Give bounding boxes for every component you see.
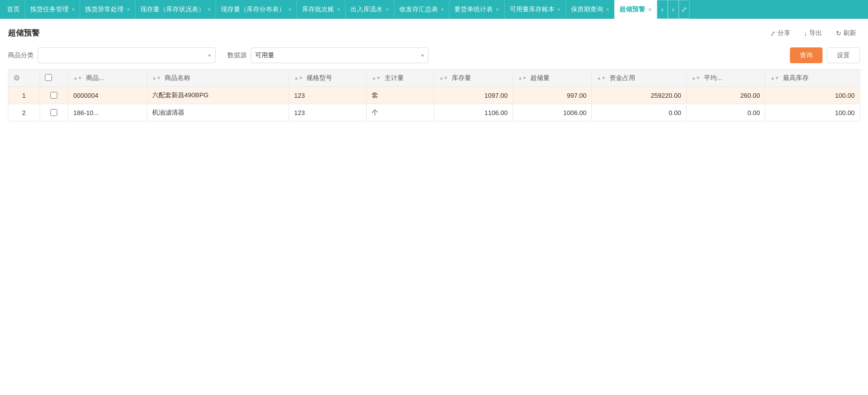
chevron-down-icon: ▾: [421, 52, 424, 59]
cell-stock: 1097.00: [434, 87, 513, 104]
refresh-icon: ↻: [836, 30, 841, 37]
th-checkbox[interactable]: [40, 70, 68, 87]
cell-checkbox[interactable]: [40, 87, 68, 104]
refresh-button[interactable]: ↻ 刷新: [832, 27, 860, 40]
category-label: 商品分类: [8, 51, 34, 60]
nav-tab-quality[interactable]: 保质期查询 ×: [566, 0, 614, 19]
cell-money: 0.00: [592, 104, 686, 121]
cell-over: 997.00: [513, 87, 592, 104]
close-icon[interactable]: ×: [606, 6, 609, 12]
table-header: ⚙ ▲▼ 商品... ▲▼ 商品名称 ▲▼ 规格型号 ▲▼: [8, 70, 860, 87]
cell-spec: 123: [289, 87, 366, 104]
cell-maxstock: 100.00: [765, 87, 860, 104]
table-row: 1 0000004 六配套新昌490BPG 123 套 1097.00 997.…: [8, 87, 860, 104]
select-all-checkbox[interactable]: [45, 74, 52, 81]
cell-avg: 0.00: [686, 104, 765, 121]
row-checkbox[interactable]: [50, 92, 57, 99]
nav-next-button[interactable]: ›: [668, 0, 679, 19]
close-icon[interactable]: ×: [386, 6, 389, 12]
th-name: ▲▼ 商品名称: [147, 70, 289, 87]
nav-tab-abnormal[interactable]: 拣货异常处理 ×: [80, 0, 135, 19]
gear-icon[interactable]: ⚙: [13, 74, 20, 82]
top-nav: 首页 拣货任务管理 × 拣货异常处理 × 现存量（库存状况表） × 现存量（库存…: [0, 0, 868, 19]
th-spec: ▲▼ 规格型号: [289, 70, 366, 87]
share-button[interactable]: ⤤ 分享: [766, 27, 794, 40]
table-body: 1 0000004 六配套新昌490BPG 123 套 1097.00 997.…: [8, 87, 860, 121]
export-icon: ↓: [804, 30, 808, 37]
cell-code: 0000004: [68, 87, 147, 104]
sort-icon[interactable]: ▲▼: [439, 76, 448, 81]
page-content: 超储预警 ⤤ 分享 ↓ 导出 ↻ 刷新 商品分类 ▾ 数据源: [0, 19, 868, 395]
close-icon[interactable]: ×: [288, 6, 291, 12]
cell-checkbox[interactable]: [40, 104, 68, 121]
share-icon: ⤤: [770, 30, 776, 37]
table-row: 2 186-10... 机油滤清器 123 个 1106.00 1006.00 …: [8, 104, 860, 121]
nav-tab-task[interactable]: 拣货任务管理 ×: [25, 0, 80, 19]
sort-icon[interactable]: ▲▼: [518, 76, 527, 81]
cell-unit: 个: [367, 104, 434, 121]
close-icon[interactable]: ×: [648, 6, 651, 12]
sort-icon[interactable]: ▲▼: [73, 76, 82, 81]
row-checkbox[interactable]: [50, 109, 57, 116]
cell-name: 机油滤清器: [147, 104, 289, 121]
close-icon[interactable]: ×: [72, 6, 75, 12]
cell-avg: 260.00: [686, 87, 765, 104]
datasource-filter: 数据源 可用量 ▾: [227, 47, 429, 63]
query-button[interactable]: 查询: [790, 47, 823, 63]
sort-icon[interactable]: ▲▼: [152, 76, 161, 81]
nav-expand-button[interactable]: ⤢: [679, 0, 690, 19]
close-icon[interactable]: ×: [496, 6, 499, 12]
data-table: ⚙ ▲▼ 商品... ▲▼ 商品名称 ▲▼ 规格型号 ▲▼: [8, 69, 860, 121]
cell-name: 六配套新昌490BPG: [147, 87, 289, 104]
th-money: ▲▼ 资金占用: [592, 70, 686, 87]
sort-icon[interactable]: ▲▼: [597, 76, 606, 81]
nav-prev-button[interactable]: ‹: [657, 0, 668, 19]
th-stock: ▲▼ 库存量: [434, 70, 513, 87]
nav-arrows: ‹ › ⤢: [657, 0, 690, 19]
category-filter: 商品分类 ▾: [8, 47, 216, 63]
th-gear[interactable]: ⚙: [8, 70, 40, 87]
category-select[interactable]: ▾: [38, 47, 216, 63]
nav-tab-batch[interactable]: 库存批次账 ×: [297, 0, 346, 19]
export-button[interactable]: ↓ 导出: [800, 27, 826, 40]
close-icon[interactable]: ×: [558, 6, 561, 12]
nav-tab-stock-dist[interactable]: 现存量（库存分布表） ×: [216, 0, 297, 19]
cell-stock: 1106.00: [434, 104, 513, 121]
cell-unit: 套: [367, 87, 434, 104]
close-icon[interactable]: ×: [337, 6, 340, 12]
cell-over: 1006.00: [513, 104, 592, 121]
datasource-select[interactable]: 可用量 ▾: [251, 47, 429, 63]
th-maxstock: ▲▼ 最高库存: [765, 70, 860, 87]
th-code: ▲▼ 商品...: [68, 70, 147, 87]
datasource-value: 可用量: [255, 51, 274, 60]
filter-row: 商品分类 ▾ 数据源 可用量 ▾ 查询 设置: [8, 47, 860, 63]
cell-spec: 123: [289, 104, 366, 121]
settings-button[interactable]: 设置: [826, 47, 860, 63]
cell-index: 1: [8, 87, 40, 104]
nav-tab-inout[interactable]: 出入库流水 ×: [346, 0, 394, 19]
nav-tab-home[interactable]: 首页: [2, 0, 25, 19]
th-unit: ▲▼ 主计量: [367, 70, 434, 87]
nav-tab-available[interactable]: 可用量库存账本 ×: [505, 0, 566, 19]
close-icon[interactable]: ×: [127, 6, 130, 12]
nav-tab-summary[interactable]: 收发存汇总表 ×: [394, 0, 449, 19]
chevron-down-icon: ▾: [208, 52, 211, 59]
cell-money: 259220.00: [592, 87, 686, 104]
cell-index: 2: [8, 104, 40, 121]
cell-code: 186-10...: [68, 104, 147, 121]
nav-tab-order-stats[interactable]: 要货单统计表 ×: [449, 0, 504, 19]
th-over: ▲▼ 超储量: [513, 70, 592, 87]
page-header: 超储预警 ⤤ 分享 ↓ 导出 ↻ 刷新: [8, 27, 860, 40]
nav-tab-stock-status[interactable]: 现存量（库存状况表） ×: [135, 0, 216, 19]
sort-icon[interactable]: ▲▼: [294, 76, 303, 81]
close-icon[interactable]: ×: [208, 6, 211, 12]
sort-icon[interactable]: ▲▼: [692, 76, 700, 81]
th-avg: ▲▼ 平均...: [686, 70, 765, 87]
header-actions: ⤤ 分享 ↓ 导出 ↻ 刷新: [766, 27, 861, 40]
cell-maxstock: 100.00: [765, 104, 860, 121]
nav-tab-overstock[interactable]: 超储预警 ×: [614, 0, 656, 19]
sort-icon[interactable]: ▲▼: [770, 76, 779, 81]
datasource-label: 数据源: [227, 51, 247, 60]
close-icon[interactable]: ×: [441, 6, 444, 12]
sort-icon[interactable]: ▲▼: [372, 76, 381, 81]
